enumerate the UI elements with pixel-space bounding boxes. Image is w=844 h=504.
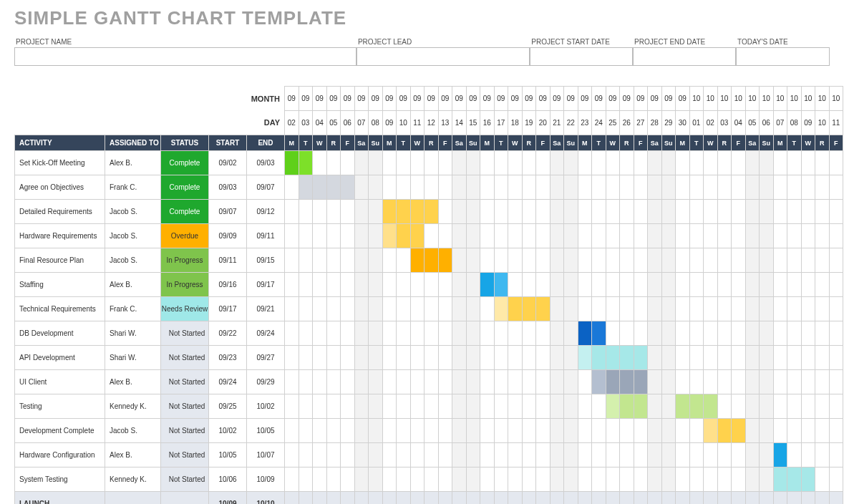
gantt-cell[interactable] — [717, 394, 732, 419]
gantt-cell[interactable] — [829, 467, 843, 492]
gantt-cell[interactable] — [606, 321, 620, 346]
gantt-cell[interactable] — [815, 443, 830, 467]
gantt-cell[interactable] — [801, 200, 815, 224]
gantt-cell[interactable] — [382, 370, 397, 394]
gantt-cell[interactable] — [732, 394, 746, 419]
assigned-cell[interactable]: Frank C. — [105, 175, 161, 200]
gantt-cell[interactable] — [299, 200, 313, 224]
gantt-cell[interactable] — [760, 467, 774, 492]
gantt-cell[interactable] — [564, 419, 578, 443]
gantt-cell[interactable] — [648, 151, 662, 175]
gantt-cell[interactable] — [425, 370, 439, 394]
gantt-cell[interactable] — [397, 419, 411, 443]
gantt-cell[interactable] — [341, 200, 355, 224]
gantt-cell[interactable] — [620, 492, 634, 505]
gantt-cell[interactable] — [606, 492, 620, 505]
gantt-cell[interactable] — [425, 492, 439, 505]
gantt-cell[interactable] — [661, 297, 676, 321]
gantt-cell[interactable] — [550, 370, 564, 394]
gantt-cell[interactable] — [773, 224, 787, 248]
gantt-cell[interactable] — [648, 200, 662, 224]
gantt-cell[interactable] — [689, 394, 704, 419]
gantt-cell[interactable] — [801, 248, 815, 273]
gantt-cell[interactable] — [410, 321, 425, 346]
gantt-cell[interactable] — [536, 175, 550, 200]
gantt-cell[interactable] — [508, 175, 523, 200]
gantt-cell[interactable] — [606, 175, 620, 200]
gantt-cell[interactable] — [354, 151, 369, 175]
gantt-cell[interactable] — [438, 419, 452, 443]
gantt-cell[interactable] — [661, 394, 676, 419]
gantt-cell[interactable] — [466, 175, 480, 200]
gantt-cell[interactable] — [299, 273, 313, 297]
gantt-cell[interactable] — [689, 321, 704, 346]
status-cell[interactable]: In Progress — [161, 248, 209, 273]
gantt-cell[interactable] — [745, 151, 760, 175]
gantt-cell[interactable] — [634, 151, 648, 175]
gantt-cell[interactable] — [452, 394, 467, 419]
gantt-cell[interactable] — [522, 273, 536, 297]
gantt-cell[interactable] — [326, 321, 341, 346]
gantt-cell[interactable] — [815, 175, 830, 200]
start-cell[interactable]: 09/22 — [209, 321, 247, 346]
gantt-cell[interactable] — [299, 419, 313, 443]
gantt-cell[interactable] — [606, 273, 620, 297]
gantt-cell[interactable] — [648, 346, 662, 370]
gantt-cell[interactable] — [801, 321, 815, 346]
gantt-cell[interactable] — [480, 248, 495, 273]
gantt-cell[interactable] — [326, 151, 341, 175]
gantt-cell[interactable] — [620, 248, 634, 273]
gantt-cell[interactable] — [313, 175, 327, 200]
gantt-cell[interactable] — [354, 224, 369, 248]
gantt-cell[interactable] — [787, 321, 802, 346]
assigned-cell[interactable]: Alex B. — [105, 443, 161, 467]
gantt-cell[interactable] — [285, 151, 299, 175]
gantt-cell[interactable] — [661, 200, 676, 224]
gantt-cell[interactable] — [829, 224, 843, 248]
gantt-cell[interactable] — [326, 273, 341, 297]
gantt-cell[interactable] — [829, 321, 843, 346]
gantt-cell[interactable] — [550, 297, 564, 321]
gantt-cell[interactable] — [410, 273, 425, 297]
gantt-cell[interactable] — [452, 370, 467, 394]
gantt-cell[interactable] — [745, 419, 760, 443]
gantt-cell[interactable] — [578, 297, 592, 321]
gantt-cell[interactable] — [634, 492, 648, 505]
gantt-cell[interactable] — [732, 175, 746, 200]
gantt-cell[interactable] — [508, 273, 523, 297]
gantt-cell[interactable] — [438, 224, 452, 248]
gantt-cell[interactable] — [648, 419, 662, 443]
gantt-cell[interactable] — [285, 492, 299, 505]
gantt-cell[interactable] — [550, 346, 564, 370]
gantt-cell[interactable] — [410, 443, 425, 467]
gantt-cell[interactable] — [285, 419, 299, 443]
gantt-cell[interactable] — [773, 394, 787, 419]
gantt-cell[interactable] — [299, 346, 313, 370]
gantt-cell[interactable] — [341, 443, 355, 467]
gantt-cell[interactable] — [508, 443, 523, 467]
gantt-cell[interactable] — [815, 394, 830, 419]
gantt-cell[interactable] — [480, 370, 495, 394]
gantt-cell[interactable] — [369, 321, 383, 346]
gantt-cell[interactable] — [760, 443, 774, 467]
gantt-cell[interactable] — [285, 248, 299, 273]
gantt-cell[interactable] — [452, 321, 467, 346]
gantt-cell[interactable] — [801, 443, 815, 467]
gantt-cell[interactable] — [620, 346, 634, 370]
gantt-cell[interactable] — [494, 200, 508, 224]
gantt-cell[interactable] — [397, 200, 411, 224]
gantt-cell[interactable] — [425, 321, 439, 346]
gantt-cell[interactable] — [732, 151, 746, 175]
gantt-cell[interactable] — [634, 346, 648, 370]
gantt-cell[interactable] — [661, 370, 676, 394]
gantt-cell[interactable] — [815, 248, 830, 273]
gantt-cell[interactable] — [606, 370, 620, 394]
gantt-cell[interactable] — [787, 492, 802, 505]
end-cell[interactable]: 09/24 — [247, 321, 285, 346]
gantt-cell[interactable] — [354, 394, 369, 419]
gantt-cell[interactable] — [326, 200, 341, 224]
gantt-cell[interactable] — [313, 200, 327, 224]
gantt-cell[interactable] — [689, 370, 704, 394]
gantt-cell[interactable] — [410, 151, 425, 175]
gantt-cell[interactable] — [508, 370, 523, 394]
